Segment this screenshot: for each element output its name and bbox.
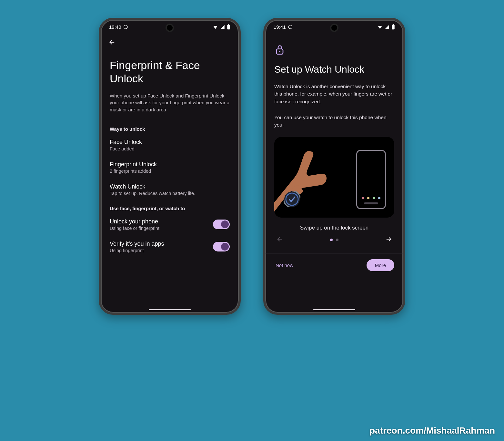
page-title: Fingerprint & Face Unlock bbox=[110, 59, 230, 85]
item-title: Unlock your phone bbox=[110, 218, 159, 225]
divider bbox=[265, 253, 403, 253]
fingerprint-unlock-item[interactable]: Fingerprint Unlock 2 fingerprints added bbox=[110, 161, 230, 174]
unlock-phone-toggle[interactable] bbox=[213, 220, 230, 229]
lock-icon bbox=[275, 44, 394, 57]
footer-row: Not now More bbox=[274, 259, 394, 278]
battery-icon bbox=[391, 24, 395, 30]
svg-rect-5 bbox=[393, 24, 394, 25]
svg-rect-4 bbox=[392, 25, 395, 29]
camera-hole bbox=[331, 25, 337, 31]
signal-icon bbox=[220, 25, 225, 29]
item-sub: Using fingerprint bbox=[110, 248, 164, 253]
phone-watch-unlock-setup: 19:41 Set up Watch Unlock bbox=[263, 18, 405, 315]
item-sub: Using face or fingerprint bbox=[110, 226, 159, 231]
section-use-to: Use face, fingerprint, or watch to bbox=[110, 206, 230, 211]
setup-para-1: Watch Unlock is another convenient way t… bbox=[274, 83, 394, 105]
not-now-button[interactable]: Not now bbox=[274, 260, 295, 271]
illustration-card bbox=[274, 137, 394, 218]
hand-with-watch-illustration bbox=[274, 140, 339, 218]
verify-apps-toggle[interactable] bbox=[213, 242, 230, 251]
watch-unlock-item[interactable]: Watch Unlock Tap to set up. Reduces watc… bbox=[110, 183, 230, 196]
carousel-caption: Swipe up on the lock screen bbox=[274, 225, 394, 231]
item-title: Watch Unlock bbox=[110, 183, 195, 190]
signal-icon bbox=[385, 25, 389, 29]
wifi-icon bbox=[377, 24, 383, 30]
carousel-prev-button[interactable] bbox=[276, 236, 283, 244]
svg-point-7 bbox=[279, 51, 280, 52]
carousel-dot-2[interactable] bbox=[336, 239, 338, 241]
verify-apps-toggle-row[interactable]: Verify it's you in apps Using fingerprin… bbox=[110, 241, 230, 253]
watermark: patreon.com/MishaalRahman bbox=[369, 426, 495, 436]
setup-title: Set up Watch Unlock bbox=[274, 64, 394, 75]
svg-point-9 bbox=[284, 191, 300, 207]
back-button[interactable] bbox=[108, 39, 230, 47]
gesture-bar[interactable] bbox=[313, 309, 355, 310]
item-title: Face Unlock bbox=[110, 139, 142, 146]
gesture-bar[interactable] bbox=[149, 309, 191, 310]
illustration-phone-dots bbox=[357, 197, 385, 199]
phone-fingerprint-face: 19:40 Fingerprint & Face Unlock When you… bbox=[99, 18, 241, 315]
camera-hole bbox=[167, 25, 173, 31]
illustration-phone bbox=[356, 150, 386, 209]
setup-para-2: You can use your watch to unlock this ph… bbox=[274, 114, 394, 129]
svg-rect-1 bbox=[227, 25, 230, 29]
carousel-nav bbox=[274, 236, 394, 244]
status-time: 19:41 bbox=[274, 24, 286, 30]
face-unlock-item[interactable]: Face Unlock Face added bbox=[110, 139, 230, 151]
item-title: Fingerprint Unlock bbox=[110, 161, 157, 168]
item-sub: Face added bbox=[110, 146, 142, 151]
item-sub: 2 fingerprints added bbox=[110, 169, 157, 174]
svg-rect-2 bbox=[228, 24, 229, 25]
status-time: 19:40 bbox=[109, 24, 121, 30]
carousel-dots bbox=[330, 239, 338, 241]
page-description: When you set up Face Unlock and Fingerpr… bbox=[110, 92, 230, 113]
unlock-phone-toggle-row[interactable]: Unlock your phone Using face or fingerpr… bbox=[110, 218, 230, 231]
item-sub: Tap to set up. Reduces watch battery lif… bbox=[110, 191, 195, 196]
wifi-icon bbox=[213, 24, 218, 30]
more-button[interactable]: More bbox=[367, 259, 394, 271]
carousel-next-button[interactable] bbox=[385, 236, 392, 244]
carousel-dot-1[interactable] bbox=[330, 239, 333, 241]
item-title: Verify it's you in apps bbox=[110, 241, 164, 247]
section-ways-to-unlock: Ways to unlock bbox=[110, 126, 230, 132]
battery-icon bbox=[227, 24, 230, 30]
dnd-icon bbox=[288, 25, 293, 29]
dnd-icon bbox=[123, 25, 128, 29]
